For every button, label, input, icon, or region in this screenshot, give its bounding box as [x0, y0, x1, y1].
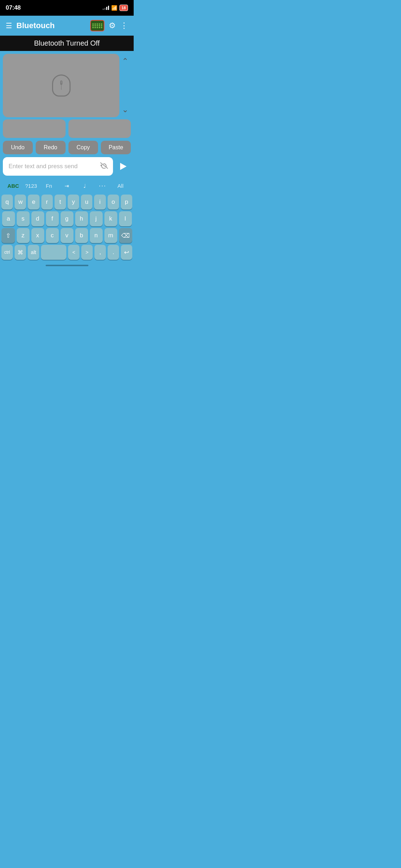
scroll-up-button[interactable]: ⌃ [122, 57, 128, 66]
keyboard-row-bottom: ctrl ⌘ alt < > , . ↩ [1, 245, 132, 260]
action-buttons-row: Undo Redo Copy Paste [3, 141, 131, 154]
key-less-than[interactable]: < [68, 245, 79, 260]
status-bar: 07:48 📶 18 [0, 0, 134, 16]
keyboard-toggle-button[interactable] [90, 20, 104, 31]
key-p[interactable]: p [121, 195, 132, 210]
key-f[interactable]: f [46, 211, 59, 226]
text-input-container: Enter text and press send [3, 157, 113, 176]
keyboard-row-2: a s d f g h j k l [1, 211, 132, 226]
send-arrow-icon [120, 163, 127, 170]
status-time: 07:48 [6, 4, 21, 11]
key-d[interactable]: d [31, 211, 44, 226]
key-g[interactable]: g [61, 211, 73, 226]
key-cmd[interactable]: ⌘ [15, 245, 26, 260]
key-e[interactable]: e [28, 195, 39, 210]
kb-switcher-note[interactable]: ♩ [76, 181, 94, 191]
hamburger-menu-icon[interactable]: ☰ [6, 22, 12, 29]
battery-icon: 18 [119, 5, 128, 11]
key-comma[interactable]: , [94, 245, 106, 260]
keyboard-row-1: q w e r t y u i o p [1, 195, 132, 210]
paste-button[interactable]: Paste [101, 141, 131, 154]
signal-icon [103, 6, 109, 10]
key-t[interactable]: t [55, 195, 66, 210]
key-z[interactable]: z [17, 228, 30, 243]
key-k[interactable]: k [104, 211, 117, 226]
key-u[interactable]: u [81, 195, 92, 210]
key-l[interactable]: l [119, 211, 132, 226]
key-space[interactable] [41, 245, 66, 260]
scroll-controls: ⌃ ⌄ [119, 54, 131, 117]
key-shift[interactable]: ⇧ [1, 228, 15, 243]
app-bar: ☰ Bluetouch ⚙ ⋮ [0, 16, 134, 36]
right-click-button[interactable] [68, 119, 131, 138]
mouse-icon [52, 74, 71, 97]
key-enter[interactable]: ↩ [121, 245, 132, 260]
home-indicator [0, 262, 134, 269]
keyboard-grid-icon [92, 24, 102, 28]
key-backspace[interactable]: ⌫ [119, 228, 133, 243]
key-w[interactable]: w [15, 195, 26, 210]
send-button[interactable] [116, 159, 131, 174]
key-n[interactable]: n [90, 228, 103, 243]
key-ctrl[interactable]: ctrl [1, 245, 13, 260]
key-period[interactable]: . [108, 245, 119, 260]
home-bar [46, 265, 88, 266]
wifi-icon: 📶 [111, 5, 117, 11]
key-r[interactable]: r [41, 195, 53, 210]
keyboard-row-3: ⇧ z x c v b n m ⌫ [1, 228, 132, 243]
mouse-click-buttons [3, 119, 131, 138]
kb-switcher-numeric[interactable]: ?123 [22, 181, 40, 190]
kb-switcher-fn[interactable]: Fn [40, 181, 58, 190]
key-b[interactable]: b [75, 228, 88, 243]
key-s[interactable]: s [17, 211, 30, 226]
touchpad[interactable] [3, 54, 119, 117]
key-a[interactable]: a [2, 211, 15, 226]
left-click-button[interactable] [3, 119, 66, 138]
bluetooth-status-banner: Bluetooth Turned Off [0, 36, 134, 51]
more-options-icon[interactable]: ⋮ [120, 21, 128, 30]
key-alt[interactable]: alt [28, 245, 39, 260]
settings-icon[interactable]: ⚙ [109, 21, 116, 30]
key-m[interactable]: m [104, 228, 117, 243]
hide-text-icon[interactable] [100, 162, 108, 171]
status-icons: 📶 18 [103, 5, 128, 11]
key-h[interactable]: h [75, 211, 88, 226]
redo-button[interactable]: Redo [36, 141, 66, 154]
scroll-down-button[interactable]: ⌄ [122, 105, 128, 114]
touchpad-area: ⌃ ⌄ [3, 54, 131, 117]
undo-button[interactable]: Undo [3, 141, 33, 154]
kb-switcher-all[interactable]: All [112, 181, 129, 190]
key-o[interactable]: o [108, 195, 119, 210]
key-x[interactable]: x [31, 228, 44, 243]
key-y[interactable]: y [68, 195, 79, 210]
app-title: Bluetouch [16, 21, 86, 30]
key-c[interactable]: c [46, 228, 59, 243]
copy-button[interactable]: Copy [68, 141, 98, 154]
text-input-row: Enter text and press send [3, 157, 131, 176]
key-i[interactable]: i [94, 195, 106, 210]
kb-switcher-abc[interactable]: ABC [4, 181, 22, 190]
key-j[interactable]: j [90, 211, 103, 226]
kb-switcher-dots[interactable]: ··· [94, 181, 112, 191]
key-q[interactable]: q [1, 195, 13, 210]
text-input-placeholder[interactable]: Enter text and press send [9, 163, 78, 170]
keyboard: q w e r t y u i o p a s d f g h j k l ⇧ … [0, 193, 134, 260]
kb-switcher-tab[interactable]: ⇥ [58, 181, 76, 191]
keyboard-switcher-bar: ABC ?123 Fn ⇥ ♩ ··· All [0, 179, 134, 193]
key-greater-than[interactable]: > [81, 245, 93, 260]
key-v[interactable]: v [61, 228, 73, 243]
